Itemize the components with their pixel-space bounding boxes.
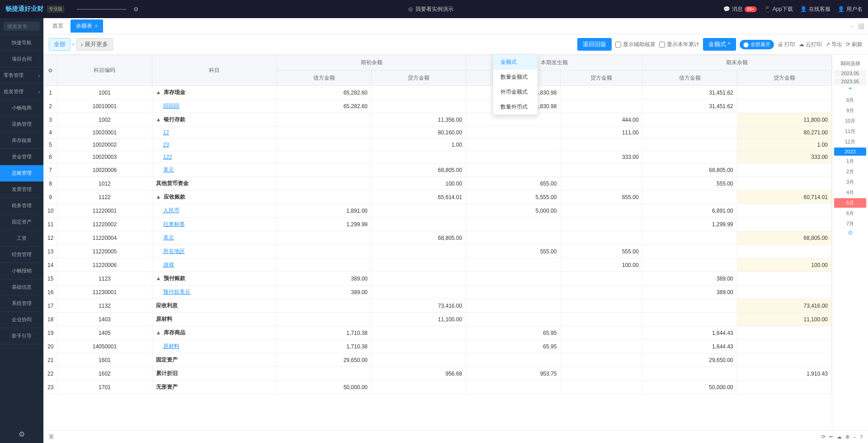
sidebar-item-ecommerce[interactable]: 小畅电商	[0, 100, 43, 116]
show-auxiliary-input[interactable]	[615, 42, 621, 48]
show-year-input[interactable]	[659, 42, 665, 48]
row-subject[interactable]: 美元	[152, 163, 277, 177]
print-btn[interactable]: 🖨 打印	[778, 41, 795, 48]
sidebar-item-invoice[interactable]: 发票管理	[0, 181, 43, 198]
sidebar-item-tax[interactable]: 税务管理	[0, 198, 43, 214]
sidebar-item-retail[interactable]: 零售管理 ›	[0, 67, 43, 84]
period-8[interactable]: 8月	[834, 95, 866, 105]
app-download-btn[interactable]: 📱 App下载	[764, 5, 793, 13]
dropdown-item-shuliang-jine[interactable]: 数量金额式	[493, 70, 538, 85]
row-subject[interactable]: 122	[152, 151, 277, 163]
row-subject[interactable]: 预付款美元	[152, 286, 277, 299]
status-edit-icon[interactable]: ✏	[829, 434, 833, 440]
row-subject[interactable]: 无形资产	[152, 381, 277, 394]
row-subject[interactable]: 美元	[152, 231, 277, 245]
row-subject[interactable]: 12	[152, 127, 277, 139]
period-collapse-icon[interactable]: ⊙	[834, 229, 866, 236]
period-2[interactable]: 2月	[834, 167, 866, 176]
status-cloud-icon[interactable]: ☁	[837, 434, 842, 440]
show-year-check[interactable]: 显示本年累计	[659, 41, 699, 48]
sidebar-item-purchase[interactable]: 采购管理	[0, 116, 43, 133]
sidebar-item-enterprise[interactable]: 企业协同	[0, 312, 43, 328]
period-10[interactable]: 10月	[834, 116, 866, 126]
row-subject[interactable]: ▲ 库存现金	[152, 86, 277, 100]
row-subject[interactable]: 游戏	[152, 258, 277, 272]
row-subject[interactable]: 累计折旧	[152, 367, 277, 381]
tab-balance[interactable]: 余额表 ×	[71, 19, 103, 33]
export-btn[interactable]: ↗ 导出	[826, 41, 842, 48]
period-1[interactable]: 1月	[834, 157, 866, 166]
row-subject[interactable]: 所在地区	[152, 245, 277, 258]
sidebar-item-wholesale[interactable]: 批发管理 ›	[0, 84, 43, 100]
search-input[interactable]	[4, 22, 40, 31]
row-subject[interactable]: ▲ 银行存款	[152, 113, 277, 127]
demo-text[interactable]: 我要看实例演示	[415, 5, 453, 13]
user-btn[interactable]: 👤 用户名	[838, 5, 863, 13]
row-subject[interactable]: 其他货币资金	[152, 177, 277, 191]
sidebar-item-fixed-assets[interactable]: 固定资产	[0, 214, 43, 230]
return-old-btn[interactable]: 退回旧版	[577, 38, 612, 51]
status-refresh-icon[interactable]: ⟳	[821, 434, 826, 440]
tab-close-btn[interactable]: ×	[95, 24, 98, 29]
expand-btn[interactable]: › 展开更多	[76, 38, 113, 51]
status-lang[interactable]: 英	[49, 433, 54, 440]
tab-max-icon[interactable]: ⬜	[858, 23, 864, 29]
status-minus-icon[interactable]: −	[853, 434, 856, 440]
sidebar-item-system[interactable]: 系统管理	[0, 295, 43, 312]
sidebar-item-ledger[interactable]: 总账管理	[0, 165, 43, 181]
status-add-icon[interactable]: ⊕	[845, 434, 849, 440]
period-year-2[interactable]: 2023.05	[834, 78, 866, 85]
row-subject[interactable]: 应收利息	[152, 299, 277, 313]
status-help-icon[interactable]: ?	[860, 434, 863, 440]
row-subject[interactable]: ▲ 预付账款	[152, 272, 277, 286]
period-year-1[interactable]: 2023.05	[834, 70, 866, 77]
period-9[interactable]: 9月	[834, 106, 866, 115]
period-5[interactable]: 5月	[834, 198, 866, 208]
sidebar-item-guide[interactable]: 新手引导	[0, 328, 43, 344]
sidebar-item-inventory[interactable]: 库存核算	[0, 133, 43, 149]
row-subject[interactable]: 人民币	[152, 204, 277, 218]
sidebar-item-basic-info[interactable]: 基础信息	[0, 279, 43, 295]
period-6[interactable]: 6月	[834, 209, 866, 218]
period-11[interactable]: 11月	[834, 127, 866, 136]
sidebar-item-quick-nav[interactable]: 快捷导航	[0, 35, 43, 51]
online-service-btn[interactable]: 👤 在线客服	[800, 5, 830, 13]
style-btn[interactable]: 金额式 ^	[703, 38, 736, 51]
sidebar-item-capital[interactable]: 资金管理	[0, 149, 43, 165]
top-bar-demo[interactable]: ◎ 我要看实例演示	[408, 5, 453, 13]
message-btn[interactable]: 💬 消息 99+	[723, 5, 757, 13]
row-subject[interactable]: ▲ 库存商品	[152, 326, 277, 340]
row-subject[interactable]: 23	[152, 139, 277, 151]
closing-debit-header: 借方金额	[642, 71, 737, 86]
sidebar-settings-icon[interactable]: ⚙	[19, 430, 25, 438]
row-subject[interactable]: 原材料	[152, 340, 277, 353]
expand-all-toggle[interactable]: ⬤ 全部展开	[740, 40, 774, 49]
refresh-btn[interactable]: ⟳ 刷新	[846, 41, 863, 48]
cloud-print-btn[interactable]: ☁ 云打印	[799, 41, 822, 48]
row-subject[interactable]: 回回回	[152, 100, 277, 113]
row-subject[interactable]: 固定资产	[152, 353, 277, 367]
sidebar-item-operations[interactable]: 经营管理	[0, 247, 43, 263]
dropdown-item-waibi-jine[interactable]: 外币金额式	[493, 85, 538, 100]
period-12[interactable]: 12月	[834, 137, 866, 147]
row-subject[interactable]: ▲ 应收账款	[152, 191, 277, 204]
closing-credit	[737, 381, 831, 394]
sidebar-item-salary[interactable]: 工资	[0, 230, 43, 247]
period-2023[interactable]: 2023	[834, 148, 866, 156]
sidebar-item-expense[interactable]: 小畅报销	[0, 263, 43, 279]
dropdown-item-shuliang-waibi[interactable]: 数量外币式	[493, 100, 538, 114]
all-btn[interactable]: 全部	[49, 38, 71, 51]
sidebar-item-project[interactable]: 项目合同	[0, 51, 43, 67]
row-subject[interactable]: 往来标签	[152, 218, 277, 231]
row-subject[interactable]: 原材料	[152, 313, 277, 326]
period-4[interactable]: 4月	[834, 188, 866, 197]
period-3[interactable]: 3月	[834, 177, 866, 187]
period-up-icon[interactable]: ⌃	[834, 86, 866, 95]
settings-icon[interactable]: ⚙	[133, 6, 139, 13]
tab-home[interactable]: 首页	[47, 19, 69, 33]
settings-header[interactable]: ⚙	[44, 55, 57, 86]
show-auxiliary-check[interactable]: 显示辅助核算	[615, 41, 656, 48]
period-7[interactable]: 7月	[834, 219, 866, 229]
dropdown-item-jine[interactable]: 金额式	[493, 55, 538, 70]
tab-min-icon[interactable]: −	[851, 23, 854, 29]
